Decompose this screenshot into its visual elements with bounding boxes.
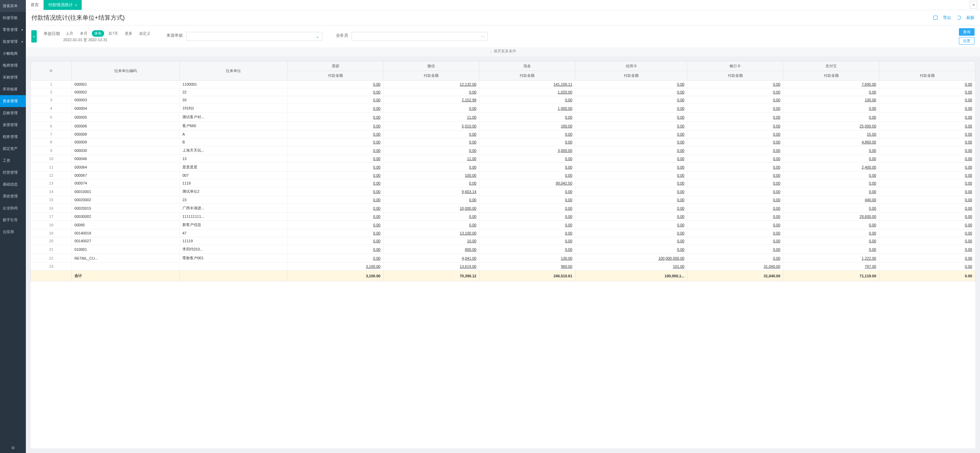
amount-link[interactable]: 0.00 (565, 239, 572, 243)
amount-link[interactable]: 180.00 (561, 124, 572, 128)
amount-link[interactable]: 0.00 (677, 214, 684, 219)
amount-link[interactable]: 0.00 (869, 106, 876, 111)
amount-link[interactable]: 0.00 (373, 149, 380, 153)
amount-link[interactable]: 99,042.50 (556, 181, 572, 185)
table-row[interactable]: 22RETAIL_CU...零散客户0010.004,041.00130.001… (31, 254, 975, 263)
amount-link[interactable]: 100,000,000.00 (659, 256, 684, 260)
amount-link[interactable]: 0.00 (677, 181, 684, 185)
col-sub-6[interactable]: 付款金额 (879, 71, 975, 81)
sidebar-item-19[interactable]: 云应用 (0, 226, 26, 238)
amount-link[interactable]: 0.00 (773, 106, 780, 111)
sidebar-item-3[interactable]: 批发管理▾ (0, 36, 26, 48)
amount-link[interactable]: 0.00 (565, 165, 572, 169)
amount-link[interactable]: 0.00 (773, 124, 780, 128)
amount-link[interactable]: 0.00 (869, 239, 876, 243)
col-sub-1[interactable]: 付款金额 (383, 71, 479, 81)
amount-link[interactable]: 0.00 (565, 223, 572, 227)
amount-link[interactable]: 0.00 (677, 206, 684, 211)
amount-link[interactable]: 10.00 (467, 239, 476, 243)
amount-link[interactable]: 0.00 (677, 82, 684, 86)
amount-link[interactable]: 0.00 (677, 98, 684, 102)
sidebar-item-15[interactable]: 基础信息 (0, 178, 26, 190)
amount-link[interactable]: 0.00 (869, 90, 876, 94)
amount-link[interactable]: 0.00 (965, 106, 972, 111)
query-button[interactable]: 查询 (959, 28, 975, 36)
amount-link[interactable]: 0.00 (869, 206, 876, 211)
date-range-1[interactable]: 本月 (78, 30, 90, 37)
amount-link[interactable]: 0.00 (965, 265, 972, 268)
amount-link[interactable]: 0.00 (773, 98, 780, 102)
amount-link[interactable]: 0.00 (565, 157, 572, 161)
amount-link[interactable]: 0.00 (373, 239, 380, 243)
amount-link[interactable]: 2,400.00 (862, 165, 876, 169)
source-select[interactable]: ⌄ (186, 32, 322, 41)
amount-link[interactable]: 0.00 (965, 198, 972, 202)
amount-link[interactable]: 25,000.00 (859, 124, 876, 128)
sidebar-item-1[interactable]: 快捷导航 (0, 12, 26, 24)
amount-link[interactable]: 0.00 (373, 98, 380, 102)
amount-link[interactable]: 0.00 (565, 206, 572, 211)
amount-link[interactable]: 0.00 (565, 198, 572, 202)
tab-payment-stats[interactable]: 付款情况统计× (43, 0, 82, 10)
amount-link[interactable]: 0.00 (373, 223, 380, 227)
col-group-0[interactable]: 票据 (288, 62, 383, 71)
amount-link[interactable]: 0.00 (965, 124, 972, 128)
sidebar-item-4[interactable]: 小畅电商 (0, 48, 26, 59)
amount-link[interactable]: 0.00 (773, 149, 780, 153)
amount-link[interactable]: 0.00 (373, 206, 380, 211)
amount-link[interactable]: 0.00 (677, 247, 684, 252)
table-row[interactable]: 40000041918台0.000.001,000.000.000.000.00… (31, 104, 975, 113)
expand-toggle[interactable]: » (31, 30, 37, 43)
amount-link[interactable]: 0.00 (373, 90, 380, 94)
amount-link[interactable]: 0.00 (965, 165, 972, 169)
data-table-container[interactable]: ⚙往来单位编码往来单位票据微信现金信用卡银行卡支付宝 付款金额付款金额付款金额付… (30, 61, 975, 448)
table-row[interactable]: 1800085新客户信息0.000.000.000.000.000.000.00 (31, 220, 975, 230)
settings-button[interactable]: 设置 (959, 37, 975, 44)
amount-link[interactable]: 0.00 (965, 115, 972, 119)
table-row[interactable]: 1900140018470.0013,100.000.000.000.000.0… (31, 230, 975, 237)
amount-link[interactable]: 0.00 (373, 231, 380, 235)
amount-link[interactable]: 0.00 (373, 181, 380, 185)
amount-link[interactable]: 0.00 (773, 198, 780, 202)
amount-link[interactable]: 0.00 (677, 231, 684, 235)
amount-link[interactable]: 0.00 (677, 157, 684, 161)
sidebar-item-5[interactable]: 电商管理 (0, 59, 26, 71)
sidebar-item-2[interactable]: 零售管理▾ (0, 24, 26, 36)
amount-link[interactable]: 0.00 (469, 214, 476, 219)
sidebar-item-10[interactable]: 发票管理 (0, 119, 26, 131)
amount-link[interactable]: 0.00 (965, 231, 972, 235)
amount-link[interactable]: 0.00 (965, 140, 972, 144)
table-row[interactable]: 100000111000010.0012,132.00141,158.110.0… (31, 81, 975, 88)
refresh-button[interactable]: 刷新 (957, 15, 975, 20)
amount-link[interactable]: 0.00 (373, 247, 380, 252)
amount-link[interactable]: 0.00 (469, 198, 476, 202)
amount-link[interactable]: 0.00 (965, 98, 972, 102)
amount-link[interactable]: 0.00 (373, 190, 380, 194)
table-row[interactable]: 1700030002111111111...0.000.000.000.000.… (31, 213, 975, 220)
amount-link[interactable]: 0.00 (965, 256, 972, 260)
table-row[interactable]: 21010001李四代010...0.00600.000.000.000.000… (31, 245, 975, 254)
sidebar-item-18[interactable]: 新手引导 (0, 214, 26, 226)
amount-link[interactable]: 0.00 (677, 115, 684, 119)
amount-link[interactable]: 0.00 (869, 247, 876, 252)
amount-link[interactable]: 600.00 (465, 247, 476, 252)
table-row[interactable]: 233,100.0013,619.00980.00101.0031,040.00… (31, 263, 975, 271)
col-sub-3[interactable]: 付款金额 (575, 71, 687, 81)
date-range-5[interactable]: 自定义 (137, 30, 153, 37)
amount-link[interactable]: 9,603.14 (462, 190, 476, 194)
amount-link[interactable]: 0.00 (677, 239, 684, 243)
table-row[interactable]: 1400010001测试单位20.009,603.140.000.000.000… (31, 187, 975, 196)
amount-link[interactable]: 0.00 (965, 90, 972, 94)
amount-link[interactable]: 0.00 (965, 214, 972, 219)
col-sub-5[interactable]: 付款金额 (783, 71, 879, 81)
amount-link[interactable]: 10,000.00 (460, 206, 476, 211)
amount-link[interactable]: 0.00 (869, 231, 876, 235)
amount-link[interactable]: 0.00 (965, 239, 972, 243)
amount-link[interactable]: 0.00 (565, 98, 572, 102)
amount-link[interactable]: 0.00 (469, 140, 476, 144)
sidebar-item-17[interactable]: 企业协同 (0, 202, 26, 214)
amount-link[interactable]: 0.00 (677, 90, 684, 94)
col-group-6[interactable] (879, 62, 975, 71)
sidebar-item-16[interactable]: 系统管理 (0, 190, 26, 202)
amount-link[interactable]: 0.00 (965, 190, 972, 194)
